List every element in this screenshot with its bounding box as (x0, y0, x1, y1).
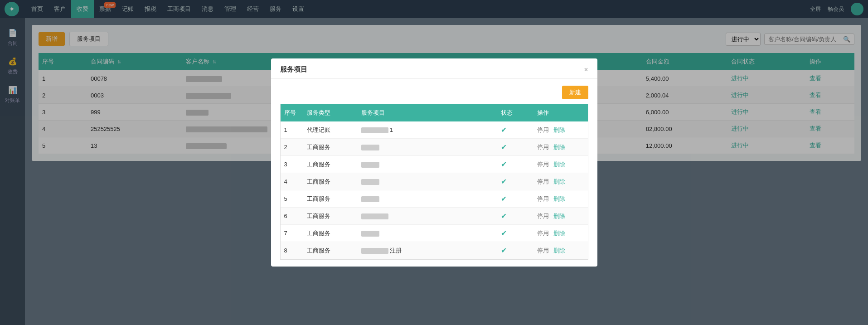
delete-button[interactable]: 删除 (553, 144, 565, 150)
modal-cell-status: ✔ (497, 173, 533, 190)
modal-cell-seq: 3 (281, 156, 303, 173)
delete-button[interactable]: 删除 (553, 161, 565, 168)
modal-cell-seq: 7 (281, 225, 303, 242)
modal-cell-seq: 1 (281, 121, 303, 139)
list-item: 6 工商服务 ✔ 停用 删除 (281, 208, 588, 225)
modal-cell-action: 停用 删除 (533, 225, 588, 242)
modal-title: 服务项目 (280, 65, 307, 74)
modal-cell-type: 工商服务 (303, 173, 358, 190)
stop-button[interactable]: 停用 (537, 144, 549, 150)
list-item: 5 工商服务 ✔ 停用 删除 (281, 190, 588, 208)
delete-button[interactable]: 删除 (553, 195, 565, 202)
modal-cell-status: ✔ (497, 208, 533, 225)
modal-cell-status: ✔ (497, 225, 533, 242)
delete-button[interactable]: 删除 (553, 230, 565, 237)
stop-button[interactable]: 停用 (537, 126, 549, 133)
modal-cell-item: 注册 (358, 242, 497, 259)
stop-button[interactable]: 停用 (537, 161, 549, 168)
stop-button[interactable]: 停用 (537, 178, 549, 185)
modal-cell-seq: 8 (281, 242, 303, 259)
modal-cell-status: ✔ (497, 190, 533, 208)
list-item: 4 工商服务 ✔ 停用 删除 (281, 173, 588, 190)
modal-cell-status: ✔ (497, 139, 533, 156)
service-modal: 服务项目 × 新建 序号 服务类型 服务项目 状态 操作 (271, 58, 597, 267)
modal-cell-item (358, 173, 497, 190)
delete-button[interactable]: 删除 (553, 247, 565, 254)
modal-cell-action: 停用 删除 (533, 156, 588, 173)
modal-cell-seq: 4 (281, 173, 303, 190)
modal-cell-action: 停用 删除 (533, 139, 588, 156)
modal-table: 序号 服务类型 服务项目 状态 操作 1 代理记账 1 ✔ 停用 删除 2 工 (281, 104, 588, 259)
modal-cell-type: 工商服务 (303, 208, 358, 225)
modal-cell-item (358, 208, 497, 225)
modal-cell-status: ✔ (497, 242, 533, 259)
list-item: 7 工商服务 ✔ 停用 删除 (281, 225, 588, 242)
modal-cell-item (358, 190, 497, 208)
modal-col-item: 服务项目 (358, 104, 497, 121)
delete-button[interactable]: 删除 (553, 126, 565, 133)
modal-cell-action: 停用 删除 (533, 190, 588, 208)
delete-button[interactable]: 删除 (553, 178, 565, 185)
modal-cell-item: 1 (358, 121, 497, 139)
list-item: 2 工商服务 ✔ 停用 删除 (281, 139, 588, 156)
modal-cell-status: ✔ (497, 156, 533, 173)
modal-cell-status: ✔ (497, 121, 533, 139)
modal-cell-type: 工商服务 (303, 225, 358, 242)
stop-button[interactable]: 停用 (537, 195, 549, 202)
modal-cell-item (358, 225, 497, 242)
modal-close-button[interactable]: × (584, 66, 588, 74)
list-item: 1 代理记账 1 ✔ 停用 删除 (281, 121, 588, 139)
modal-col-type: 服务类型 (303, 104, 358, 121)
modal-cell-action: 停用 删除 (533, 121, 588, 139)
modal-header: 服务项目 × (271, 58, 597, 79)
modal-cell-type: 工商服务 (303, 190, 358, 208)
stop-button[interactable]: 停用 (537, 247, 549, 254)
modal-new-button[interactable]: 新建 (562, 86, 588, 99)
modal-cell-type: 工商服务 (303, 242, 358, 259)
modal-cell-type: 工商服务 (303, 139, 358, 156)
modal-col-action: 操作 (533, 104, 588, 121)
modal-cell-type: 工商服务 (303, 156, 358, 173)
modal-cell-type: 代理记账 (303, 121, 358, 139)
modal-cell-action: 停用 删除 (533, 173, 588, 190)
modal-overlay[interactable]: 服务项目 × 新建 序号 服务类型 服务项目 状态 操作 (0, 0, 868, 325)
modal-body: 新建 序号 服务类型 服务项目 状态 操作 1 代理记账 (271, 79, 597, 267)
modal-table-wrap[interactable]: 序号 服务类型 服务项目 状态 操作 1 代理记账 1 ✔ 停用 删除 2 工 (280, 104, 588, 260)
delete-button[interactable]: 删除 (553, 213, 565, 219)
modal-cell-action: 停用 删除 (533, 208, 588, 225)
list-item: 8 工商服务 注册 ✔ 停用 删除 (281, 242, 588, 259)
modal-cell-seq: 2 (281, 139, 303, 156)
modal-cell-item (358, 156, 497, 173)
modal-cell-item (358, 139, 497, 156)
modal-col-status: 状态 (497, 104, 533, 121)
modal-cell-action: 停用 删除 (533, 242, 588, 259)
stop-button[interactable]: 停用 (537, 230, 549, 237)
modal-toolbar: 新建 (280, 86, 588, 99)
modal-cell-seq: 5 (281, 190, 303, 208)
modal-col-seq: 序号 (281, 104, 303, 121)
stop-button[interactable]: 停用 (537, 213, 549, 219)
list-item: 3 工商服务 ✔ 停用 删除 (281, 156, 588, 173)
modal-cell-seq: 6 (281, 208, 303, 225)
